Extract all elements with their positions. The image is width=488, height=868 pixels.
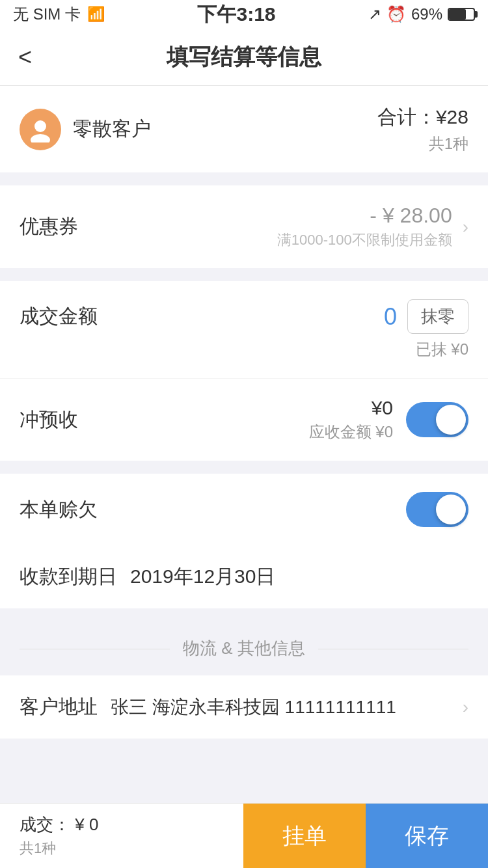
prereceive-row: 冲预收 ¥0 应收金额 ¥0: [0, 379, 488, 461]
transaction-row: 成交金额 0 抹零 已抹 ¥0: [0, 281, 488, 379]
total-count: 共1种: [377, 133, 468, 154]
page-title: 填写结算等信息: [167, 42, 321, 72]
status-left: 无 SIM 卡 📶: [13, 4, 105, 25]
customer-total: 合计：¥28 共1种: [377, 104, 468, 154]
status-bar: 无 SIM 卡 📶 下午3:18 ↗ ⏰ 69%: [0, 0, 488, 29]
chevron-right-icon: ›: [463, 217, 468, 237]
status-right: ↗ ⏰ 69%: [368, 5, 475, 23]
prereceive-toggle[interactable]: [406, 402, 468, 437]
battery-icon: [448, 8, 475, 21]
svg-point-1: [31, 134, 50, 142]
customer-name: 零散客户: [73, 116, 151, 142]
battery-percent: 69%: [411, 5, 442, 23]
transaction-label: 成交金额: [20, 303, 98, 330]
address-chevron-icon: ›: [463, 697, 468, 718]
transaction-right: 0 抹零: [358, 299, 468, 334]
prereceive-amount: ¥0: [309, 397, 393, 419]
coupon-right: - ¥ 28.00 满1000-100不限制使用金额 ›: [277, 204, 468, 250]
arrears-label: 本单赊欠: [20, 496, 98, 523]
wifi-icon: 📶: [87, 6, 105, 23]
bottom-transaction: 成交： ¥ 0: [20, 813, 224, 836]
arrears-section: 本单赊欠 收款到期日 2019年12月30日: [0, 474, 488, 608]
prereceive-right: ¥0 应收金额 ¥0: [309, 397, 468, 442]
bottom-info: 成交： ¥ 0 共1种: [0, 804, 243, 868]
logistics-header: 物流 & 其他信息: [0, 621, 488, 675]
back-button[interactable]: <: [18, 44, 32, 71]
transaction-sub: 已抹 ¥0: [20, 339, 468, 360]
coupon-note: 满1000-100不限制使用金额: [277, 230, 452, 250]
customer-section: 零散客户 合计：¥28 共1种: [0, 86, 488, 172]
status-time: 下午3:18: [197, 1, 275, 28]
bottom-bar: 成交： ¥ 0 共1种 挂单 保存: [0, 803, 488, 868]
svg-point-0: [34, 120, 46, 132]
prereceive-sub: 应收金额 ¥0: [309, 422, 393, 442]
location-icon: ↗: [368, 5, 381, 23]
due-date-value[interactable]: 2019年12月30日: [130, 563, 275, 590]
hang-button[interactable]: 挂单: [243, 804, 366, 868]
prereceive-label: 冲预收: [20, 407, 78, 433]
amount-top: 成交金额 0 抹零: [20, 299, 468, 334]
coupon-discount: - ¥ 28.00: [277, 204, 452, 228]
bottom-transaction-label: 成交：: [20, 815, 70, 834]
address-section: 客户地址 张三 海淀永丰科技园 11111111111 ›: [0, 675, 488, 739]
address-row[interactable]: 客户地址 张三 海淀永丰科技园 11111111111 ›: [0, 675, 488, 739]
save-button[interactable]: 保存: [366, 804, 488, 868]
coupon-section: 优惠券 - ¥ 28.00 满1000-100不限制使用金额 ›: [0, 185, 488, 268]
coupon-row[interactable]: 优惠券 - ¥ 28.00 满1000-100不限制使用金额 ›: [0, 185, 488, 268]
nav-bar: < 填写结算等信息: [0, 29, 488, 86]
address-value: 张三 海淀永丰科技园 11111111111: [111, 695, 450, 720]
total-amount: 合计：¥28: [377, 104, 468, 131]
arrears-row: 本单赊欠: [0, 474, 488, 545]
toggle-knob: [436, 405, 466, 435]
bottom-count: 共1种: [20, 839, 224, 858]
carrier-label: 无 SIM 卡: [13, 4, 81, 25]
arrears-toggle-knob: [436, 495, 466, 524]
avatar-icon: [27, 116, 53, 142]
customer-info: 零散客户: [20, 109, 151, 150]
address-label: 客户地址: [20, 694, 98, 720]
due-date-row: 收款到期日 2019年12月30日: [0, 545, 488, 608]
transaction-value[interactable]: 0: [358, 303, 397, 331]
arrears-toggle[interactable]: [406, 492, 468, 527]
coupon-value-container: - ¥ 28.00 满1000-100不限制使用金额: [277, 204, 452, 250]
coupon-label: 优惠券: [20, 213, 78, 240]
bottom-transaction-amount: ¥ 0: [75, 815, 98, 834]
alarm-icon: ⏰: [386, 5, 406, 23]
avatar: [20, 109, 61, 150]
due-date-label: 收款到期日: [20, 563, 117, 590]
transaction-section: 成交金额 0 抹零 已抹 ¥0 冲预收 ¥0 应收金额 ¥0: [0, 281, 488, 461]
prereceive-values: ¥0 应收金额 ¥0: [309, 397, 393, 442]
logistics-header-text: 物流 & 其他信息: [170, 637, 318, 660]
round-zero-button[interactable]: 抹零: [407, 299, 468, 334]
